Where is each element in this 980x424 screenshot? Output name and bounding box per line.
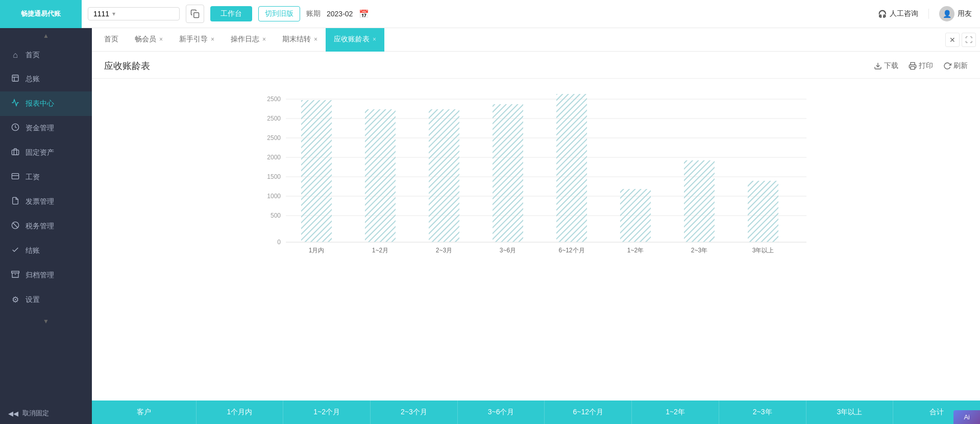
bar-1-2年	[620, 189, 651, 242]
sidebar-item-invoice[interactable]: 发票管理	[0, 190, 92, 214]
reports-icon	[10, 99, 20, 109]
col-1-2m-label: 1~2个月	[313, 408, 340, 417]
table-header-row: 客户 1个月内 1~2个月 2~3个月 3~6个月 6~12个月	[92, 401, 980, 424]
main-layout: ▲ ⌂ 首页 总账 报表中心 资金管理 固定资产	[0, 28, 980, 424]
svg-text:2~3月: 2~3月	[436, 247, 452, 254]
cancel-pin-button[interactable]: ◀◀ 取消固定	[0, 403, 92, 424]
workbench-button[interactable]: 工作台	[210, 6, 252, 21]
svg-text:1000: 1000	[267, 193, 281, 200]
svg-text:1500: 1500	[267, 173, 281, 180]
cancel-pin-label: 取消固定	[22, 409, 49, 418]
svg-rect-6	[12, 174, 18, 179]
assets-icon	[10, 148, 20, 158]
bar-1-2月	[365, 109, 396, 242]
svg-text:6~12个月: 6~12个月	[558, 247, 584, 254]
bar-2-3月	[429, 109, 459, 242]
svg-rect-13	[911, 66, 915, 69]
main-header: 畅捷通易代账 1111 ▾ 工作台 切到旧版 账期 2023-02 📅 🎧 人工…	[0, 0, 980, 28]
sidebar-item-tax[interactable]: 税务管理	[0, 214, 92, 239]
close-all-tabs-button[interactable]: ✕	[945, 33, 960, 47]
col-2-3m: 2~3个月	[371, 401, 458, 424]
tab-guide-label: 新手引导	[179, 35, 208, 44]
settings-icon: ⚙	[10, 295, 20, 304]
page-actions: 下载 打印 刷新	[874, 61, 968, 70]
archive-icon	[10, 270, 20, 280]
sidebar-item-checkout[interactable]: 结账	[0, 239, 92, 263]
invoice-icon	[10, 197, 20, 207]
tab-guide-close[interactable]: ×	[211, 36, 214, 43]
content-area: 首页 畅会员 × 新手引导 × 操作日志 × 期末结转 × 应收账龄表 ×	[92, 28, 980, 424]
expand-tabs-button[interactable]: ⛶	[962, 33, 976, 47]
sidebar-label-settings: 设置	[26, 295, 40, 304]
bar-chart: 2500 2500 2500 2000 1500 1000 500 0	[107, 89, 965, 283]
company-selector[interactable]: 1111 ▾	[88, 7, 180, 20]
print-label: 打印	[919, 61, 933, 70]
tab-guide[interactable]: 新手引导 ×	[171, 28, 223, 52]
copy-icon-btn[interactable]	[186, 5, 204, 23]
tab-ar-aging-close[interactable]: ×	[373, 36, 376, 43]
sidebar-label-invoice: 发票管理	[26, 197, 54, 206]
tab-oplog-close[interactable]: ×	[262, 36, 266, 43]
checkout-icon	[10, 246, 20, 256]
ai-badge[interactable]: Ai	[953, 410, 980, 424]
consult-button[interactable]: 🎧 人工咨询	[878, 9, 918, 18]
svg-text:1~2年: 1~2年	[627, 247, 644, 254]
col-1m: 1个月内	[197, 401, 284, 424]
svg-rect-10	[12, 271, 19, 273]
col-1m-label: 1个月内	[227, 408, 253, 417]
sidebar-label-assets: 固定资产	[26, 148, 54, 157]
col-3y-plus-label: 3年以上	[837, 408, 863, 417]
sidebar-item-salary[interactable]: 工资	[0, 165, 92, 190]
col-6-12m-label: 6~12个月	[573, 408, 604, 417]
tab-period-end-close[interactable]: ×	[314, 36, 317, 43]
ai-badge-label: Ai	[964, 413, 970, 421]
scroll-down-indicator: ▼	[0, 316, 92, 327]
bar-6-12月	[556, 94, 587, 242]
refresh-icon	[943, 62, 951, 70]
user-menu[interactable]: 👤 用友	[939, 6, 972, 21]
tabs-bar: 首页 畅会员 × 新手引导 × 操作日志 × 期末结转 × 应收账龄表 ×	[92, 28, 980, 52]
calendar-icon[interactable]: 📅	[359, 9, 369, 19]
download-button[interactable]: 下载	[874, 61, 898, 70]
svg-text:2000: 2000	[267, 154, 281, 161]
svg-text:2500: 2500	[267, 115, 281, 122]
sidebar-item-funds[interactable]: 资金管理	[0, 116, 92, 140]
tab-home-label: 首页	[104, 35, 118, 44]
svg-text:2500: 2500	[267, 134, 281, 142]
col-total-label: 合计	[929, 408, 944, 417]
tab-period-end[interactable]: 期末结转 ×	[274, 28, 326, 52]
page-header: 应收账龄表 下载 打印 刷新	[92, 52, 980, 79]
switch-version-button[interactable]: 切到旧版	[258, 6, 300, 21]
col-2-3y: 2~3年	[719, 401, 806, 424]
sidebar-item-reports[interactable]: 报表中心	[0, 91, 92, 116]
print-button[interactable]: 打印	[909, 61, 933, 70]
sidebar-item-settings[interactable]: ⚙ 设置	[0, 288, 92, 312]
sidebar-item-assets[interactable]: 固定资产	[0, 140, 92, 165]
tab-ar-aging[interactable]: 应收账龄表 ×	[326, 28, 384, 52]
tab-member-close[interactable]: ×	[159, 36, 163, 43]
svg-text:2~3年: 2~3年	[691, 247, 707, 254]
col-2-3m-label: 2~3个月	[401, 408, 427, 417]
svg-text:1月内: 1月内	[309, 247, 325, 254]
col-1-2y-label: 1~2年	[666, 408, 685, 417]
svg-rect-5	[12, 150, 18, 155]
tab-member[interactable]: 畅会员 ×	[127, 28, 171, 52]
svg-rect-0	[194, 13, 199, 18]
col-3-6m-label: 3~6个月	[488, 408, 514, 417]
company-name: 1111	[93, 10, 109, 18]
sidebar-item-ledger[interactable]: 总账	[0, 67, 92, 91]
tab-member-label: 畅会员	[135, 35, 156, 44]
col-2-3y-label: 2~3年	[753, 408, 772, 417]
refresh-button[interactable]: 刷新	[943, 61, 968, 70]
sidebar-label-reports: 报表中心	[26, 99, 54, 108]
sidebar-label-tax: 税务管理	[26, 222, 54, 231]
home-icon: ⌂	[10, 51, 20, 60]
sidebar-item-home[interactable]: ⌂ 首页	[0, 43, 92, 67]
pin-icon: ◀◀	[8, 410, 18, 417]
svg-text:500: 500	[271, 212, 281, 219]
ledger-icon	[10, 74, 20, 84]
tab-home[interactable]: 首页	[96, 28, 127, 52]
svg-text:0: 0	[277, 239, 281, 246]
sidebar-item-archive[interactable]: 归档管理	[0, 263, 92, 288]
tab-oplog[interactable]: 操作日志 ×	[223, 28, 274, 52]
